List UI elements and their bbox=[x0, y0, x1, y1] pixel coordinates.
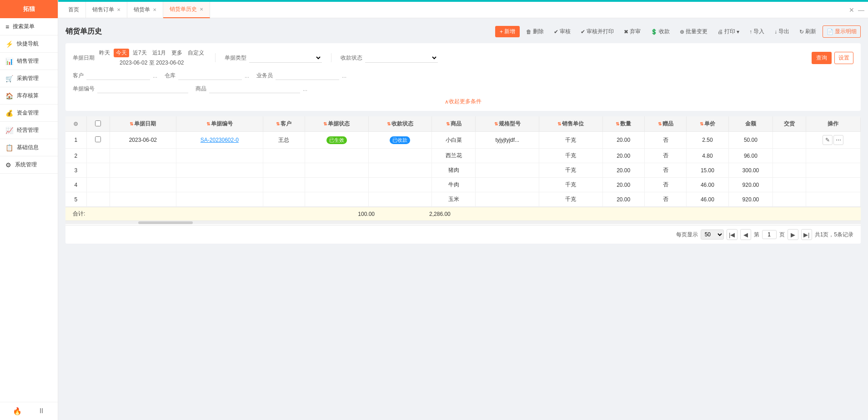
last-page-btn[interactable]: ▶| bbox=[801, 229, 812, 240]
page-size-select[interactable]: 50 10 20 100 bbox=[701, 230, 724, 240]
settings-col-icon[interactable]: ⚙ bbox=[73, 121, 78, 127]
next-page-btn[interactable]: ▶ bbox=[788, 229, 798, 240]
sidebar-item-sales-mgmt[interactable]: 📊 销售管理 bbox=[0, 53, 58, 70]
edit-action-btn[interactable]: ✎ bbox=[823, 135, 833, 145]
docno-input[interactable] bbox=[97, 85, 188, 93]
pagination: 每页显示 50 10 20 100 |◀ ◀ 第 页 ▶ ▶| 共1页，5条记录 bbox=[676, 229, 853, 240]
new-button[interactable]: + 新增 bbox=[495, 26, 520, 37]
cell-amount: 300.00 bbox=[728, 163, 773, 178]
date-tab-more[interactable]: 更多 bbox=[170, 49, 184, 57]
import-button[interactable]: ↑ 导入 bbox=[746, 26, 768, 37]
sidebar-item-purchase-mgmt[interactable]: 🛒 采购管理 bbox=[0, 70, 58, 87]
type-select[interactable] bbox=[249, 53, 322, 63]
goods-input[interactable] bbox=[209, 85, 300, 93]
tab-sales-order-close[interactable]: ✕ bbox=[117, 7, 120, 12]
pay-status-select[interactable] bbox=[365, 53, 438, 63]
settings-button[interactable]: 设置 bbox=[834, 52, 853, 64]
window-minimize-btn[interactable]: — bbox=[858, 6, 864, 14]
th-checkbox[interactable] bbox=[86, 116, 110, 132]
date-tab-1month[interactable]: 近1月 bbox=[151, 49, 168, 57]
sidebar-item-search-menu[interactable]: ≡ 搜索菜单 bbox=[0, 18, 58, 35]
type-label: 单据类型 bbox=[225, 54, 246, 62]
goods-ellipsis[interactable]: ... bbox=[303, 86, 307, 92]
cell-date: 2023-06-02 bbox=[110, 132, 176, 149]
th-doc-status[interactable]: ⇅单据状态 bbox=[305, 116, 369, 132]
cell-price: 46.00 bbox=[687, 192, 728, 207]
th-spec[interactable]: ⇅规格型号 bbox=[476, 116, 539, 132]
th-action: 操作 bbox=[806, 116, 860, 132]
th-docno[interactable]: ⇅单据编号 bbox=[176, 116, 263, 132]
th-goods[interactable]: ⇅商品 bbox=[432, 116, 476, 132]
delete-button[interactable]: 🗑 删除 bbox=[522, 26, 547, 37]
sidebar-pause-icon[interactable]: ⏸ bbox=[38, 407, 45, 415]
tab-sales-history-close[interactable]: ✕ bbox=[200, 7, 203, 12]
sidebar-fire-icon[interactable]: 🔥 bbox=[13, 407, 22, 415]
table-row: 2西兰花千克20.00否4.8096.00 bbox=[65, 149, 861, 163]
docno-link[interactable]: SA-20230602-0 bbox=[201, 137, 239, 143]
prev-page-btn[interactable]: ◀ bbox=[740, 229, 751, 240]
th-pay-status[interactable]: ⇅收款状态 bbox=[368, 116, 432, 132]
more-action-btn[interactable]: ⋯ bbox=[833, 135, 843, 145]
sidebar-item-finance[interactable]: 💰 资金管理 bbox=[0, 105, 58, 122]
show-detail-button[interactable]: 📄 显示明细 bbox=[823, 25, 861, 38]
abandon-button[interactable]: ✖ 弃审 bbox=[620, 26, 644, 37]
date-tab-7days[interactable]: 近7天 bbox=[131, 49, 149, 57]
sidebar-item-basic-info[interactable]: 📋 基础信息 bbox=[0, 139, 58, 156]
th-date[interactable]: ⇅单据日期 bbox=[110, 116, 176, 132]
th-qty[interactable]: ⇅数量 bbox=[602, 116, 644, 132]
basic-info-icon: 📋 bbox=[5, 144, 13, 151]
tab-sales-goods-close[interactable]: ✕ bbox=[153, 7, 156, 12]
print-button[interactable]: 🖨 打印 ▾ bbox=[714, 26, 743, 37]
customer-input[interactable] bbox=[86, 71, 150, 80]
th-customer[interactable]: ⇅客户 bbox=[263, 116, 305, 132]
tab-sales-history[interactable]: 销货单历史 ✕ bbox=[163, 2, 210, 18]
sidebar-item-system-mgmt[interactable]: ⚙ 系统管理 bbox=[0, 156, 58, 174]
audit-button[interactable]: ✔ 审核 bbox=[550, 26, 574, 37]
page-number-input[interactable] bbox=[762, 230, 777, 239]
tab-home[interactable]: 首页 bbox=[62, 2, 86, 18]
tab-sales-goods[interactable]: 销货单 ✕ bbox=[127, 2, 163, 18]
window-close-btn[interactable]: ✕ bbox=[849, 6, 854, 14]
query-button[interactable]: 查询 bbox=[812, 52, 832, 64]
row-checkbox[interactable] bbox=[95, 136, 101, 142]
date-value: 2023-06-02 至 2023-06-02 bbox=[120, 59, 184, 67]
date-tab-today[interactable]: 今天 bbox=[114, 49, 129, 57]
cell-docno[interactable]: SA-20230602-0 bbox=[176, 132, 263, 149]
warehouse-input[interactable] bbox=[178, 71, 242, 80]
th-unit[interactable]: ⇅销售单位 bbox=[539, 116, 602, 132]
customer-ellipsis[interactable]: ... bbox=[153, 73, 157, 79]
import-icon: ↑ bbox=[749, 29, 752, 35]
cell-rownum: 4 bbox=[65, 178, 86, 192]
cell-action bbox=[806, 192, 860, 207]
th-gift[interactable]: ⇅赠品 bbox=[644, 116, 686, 132]
select-all-checkbox[interactable] bbox=[95, 120, 101, 126]
scrollbar-thumb[interactable] bbox=[138, 221, 193, 224]
export-button[interactable]: ↓ 导出 bbox=[771, 26, 793, 37]
batch-change-button[interactable]: ⊕ 批量变更 bbox=[676, 26, 711, 37]
sales-icon: 📊 bbox=[5, 58, 13, 65]
sidebar-item-quick-nav[interactable]: ⚡ 快捷导航 bbox=[0, 35, 58, 53]
sidebar-logo[interactable]: 拓猫 bbox=[0, 0, 58, 18]
warehouse-ellipsis[interactable]: ... bbox=[245, 73, 249, 79]
tab-sales-order[interactable]: 销售订单 ✕ bbox=[86, 2, 127, 18]
date-tab-yesterday[interactable]: 昨天 bbox=[97, 49, 112, 57]
cell-price: 2.50 bbox=[687, 132, 728, 149]
collect-button[interactable]: 💲 收款 bbox=[647, 26, 673, 37]
salesperson-ellipsis[interactable]: ... bbox=[342, 73, 346, 79]
refresh-button[interactable]: ↻ 刷新 bbox=[796, 26, 820, 37]
sidebar-item-inventory[interactable]: 🏠 库存核算 bbox=[0, 87, 58, 105]
th-price[interactable]: ⇅单价 bbox=[687, 116, 728, 132]
sidebar-bottom: 🔥 ⏸ bbox=[0, 402, 58, 420]
collapse-button[interactable]: ∧ 收起更多条件 bbox=[73, 98, 853, 105]
th-settings[interactable]: ⚙ bbox=[65, 116, 86, 132]
date-tab-custom[interactable]: 自定义 bbox=[186, 49, 206, 57]
abandon-icon: ✖ bbox=[624, 29, 628, 35]
audit-print-button[interactable]: ✔ 审核并打印 bbox=[577, 26, 617, 37]
horizontal-scrollbar[interactable] bbox=[65, 220, 861, 224]
salesperson-input[interactable] bbox=[276, 71, 339, 80]
cell-customer bbox=[263, 149, 305, 163]
toolbar: + 新增 🗑 删除 ✔ 审核 ✔ 审核并打印 ✖ 弃审 bbox=[495, 25, 861, 38]
first-page-btn[interactable]: |◀ bbox=[727, 229, 738, 240]
sidebar-item-operations[interactable]: 📈 经营管理 bbox=[0, 122, 58, 139]
cell-checkbox[interactable] bbox=[86, 132, 110, 149]
